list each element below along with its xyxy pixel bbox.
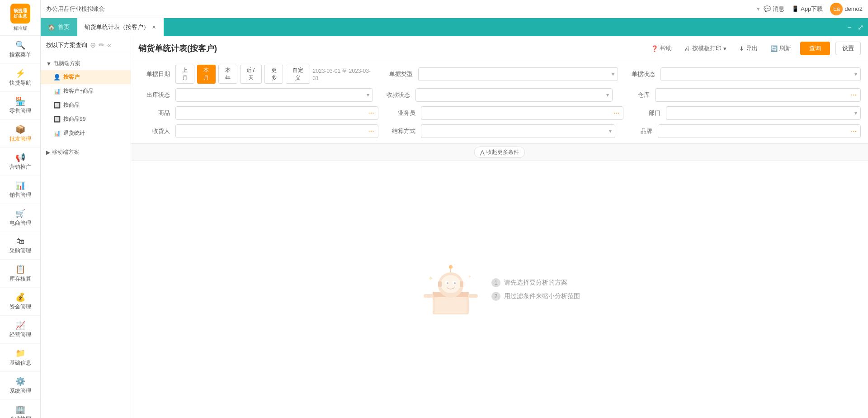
export-icon: ⬇ xyxy=(739,45,744,52)
sidebar-item-label-sales: 销售管理 xyxy=(2,191,38,199)
salesman-dots-btn[interactable]: ··· xyxy=(613,109,619,117)
warehouse-dots-btn[interactable]: ··· xyxy=(851,91,857,99)
sidebar-item-search[interactable]: 🔍 搜索菜单 xyxy=(0,36,40,64)
svg-point-10 xyxy=(449,265,453,269)
print-btn[interactable]: 🖨 按模板打印 ▾ xyxy=(681,43,730,54)
plan-group-desktop-title[interactable]: ▼ 电脑端方案 xyxy=(41,57,131,70)
department-select[interactable] xyxy=(666,106,861,120)
plan-item-customer[interactable]: 👤 按客户 xyxy=(41,70,131,84)
empty-tips: 1 请先选择要分析的方案 2 用过滤条件来缩小分析范围 xyxy=(491,278,580,301)
plan-group-mobile: ▶ 移动端方案 xyxy=(41,143,131,162)
sidebar-item-finance[interactable]: 💰 资金管理 xyxy=(0,288,40,316)
sidebar-item-sales[interactable]: 📊 销售管理 xyxy=(0,176,40,204)
receive-status-select[interactable] xyxy=(415,88,613,102)
finance-icon: 💰 xyxy=(2,292,38,302)
tab-close-btn[interactable]: ✕ xyxy=(152,24,156,30)
plan-group-desktop-label: 电脑端方案 xyxy=(53,60,80,67)
type-label: 单据类型 xyxy=(381,70,413,78)
filter-row-4: 收货人 ··· 结算方式 品牌 ··· xyxy=(138,124,861,138)
edit-plan-btn[interactable]: ✏ xyxy=(99,41,104,49)
product-input[interactable] xyxy=(179,110,366,117)
receiver-dots-btn[interactable]: ··· xyxy=(368,127,374,135)
help-label: 帮助 xyxy=(660,44,672,52)
sidebar-logo: 畅捷通好生意 标准版 xyxy=(0,0,40,36)
export-btn[interactable]: ⬇ 导出 xyxy=(736,43,761,54)
tab-minimize-btn[interactable]: － xyxy=(846,23,853,32)
date-last-month-btn[interactable]: 上月 xyxy=(175,65,194,84)
collapse-panel-btn[interactable]: « xyxy=(107,41,111,49)
warehouse-input-wrapper: ··· xyxy=(655,88,861,102)
out-status-select-wrapper xyxy=(175,88,373,102)
retail-icon: 🏪 xyxy=(2,96,38,106)
date-range-text: 2023-03-01 至 2023-03-31 xyxy=(313,67,376,81)
date-custom-btn[interactable]: 自定义 xyxy=(286,65,310,84)
svg-point-4 xyxy=(441,275,461,293)
filter-row-1: 单据日期 上月 本月 本年 近7天 更多 自定义 2023-03-01 至 20… xyxy=(138,65,861,84)
home-icon: 🏠 xyxy=(48,24,55,31)
sidebar-item-label-system: 系统管理 xyxy=(2,387,38,395)
out-status-select[interactable] xyxy=(175,88,373,102)
tab-sales-report-label: 销货单统计表（按客户） xyxy=(85,23,149,31)
brand-dots-btn[interactable]: ··· xyxy=(851,127,857,135)
expand-icon-mobile: ▶ xyxy=(46,149,50,156)
status-select[interactable] xyxy=(660,67,861,81)
date-more-btn[interactable]: 更多 xyxy=(264,65,283,84)
receive-status-select-wrapper xyxy=(415,88,613,102)
sidebar-item-ecommerce[interactable]: 🛒 电商管理 xyxy=(0,204,40,232)
tab-maximize-btn[interactable]: ⤢ xyxy=(858,23,863,32)
tab-controls: － ⤢ xyxy=(841,18,868,36)
sidebar-item-quick[interactable]: ⚡ 快捷导航 xyxy=(0,64,40,92)
plan-item-customer-product[interactable]: 📊 按客户+商品 xyxy=(41,84,131,98)
sidebar-item-purchase[interactable]: 🛍 采购管理 xyxy=(0,232,40,260)
sidebar-item-inventory[interactable]: 📋 库存核算 xyxy=(0,260,40,288)
sidebar-item-label-finance: 资金管理 xyxy=(2,303,38,311)
date-label: 单据日期 xyxy=(138,70,170,78)
basic-icon: 📁 xyxy=(2,348,38,358)
salesman-input[interactable] xyxy=(425,110,612,117)
plan-item-product99[interactable]: 🔲 按商品99 xyxy=(41,112,131,126)
help-btn[interactable]: ❓ 帮助 xyxy=(647,43,675,54)
sidebar-item-system[interactable]: ⚙️ 系统管理 xyxy=(0,372,40,400)
plan-item-return[interactable]: 📊 退货统计 xyxy=(41,126,131,140)
topbar-dropdown-icon[interactable]: ▾ xyxy=(757,5,760,12)
refresh-btn[interactable]: 🔄 刷新 xyxy=(767,43,795,54)
sidebar-item-wholesale[interactable]: 📦 批发管理 xyxy=(0,120,40,148)
department-select-wrapper xyxy=(666,106,861,120)
date-7days-btn[interactable]: 近7天 xyxy=(240,65,262,84)
plan-item-product[interactable]: 🔲 按商品 xyxy=(41,98,131,112)
receiver-input[interactable] xyxy=(179,128,366,135)
tabbar: 🏠 首页 销货单统计表（按客户） ✕ － ⤢ xyxy=(41,18,868,36)
sidebar-item-marketing[interactable]: 📢 营销推广 xyxy=(0,148,40,176)
tab-sales-report[interactable]: 销货单统计表（按客户） ✕ xyxy=(77,18,164,36)
filter-row-2: 出库状态 收款状态 仓库 ··· xyxy=(138,88,861,102)
sidebar-item-basic[interactable]: 📁 基础信息 xyxy=(0,344,40,372)
plan-item-product-label: 按商品 xyxy=(63,101,80,109)
date-this-year-btn[interactable]: 本年 xyxy=(218,65,237,84)
sidebar-item-label-marketing: 营销推广 xyxy=(2,163,38,171)
sidebar-item-enterprise[interactable]: 🏢 企业协同 xyxy=(0,400,40,418)
warehouse-input[interactable] xyxy=(659,92,849,99)
brand-input[interactable] xyxy=(662,128,849,135)
empty-state: ✦ ✦ 1 请先选择要分析的方案 2 用过滤条件来缩小分析范围 xyxy=(131,161,868,418)
date-this-month-btn[interactable]: 本月 xyxy=(197,65,216,84)
sidebar-item-operation[interactable]: 📈 经营管理 xyxy=(0,316,40,344)
message-btn[interactable]: 💬 消息 xyxy=(764,5,784,13)
add-plan-btn[interactable]: ⊕ xyxy=(90,41,96,49)
collapse-btn[interactable]: ⋀ 收起更多条件 xyxy=(474,147,525,158)
setting-button[interactable]: 设置 xyxy=(835,42,861,55)
svg-text:✦: ✦ xyxy=(428,275,434,282)
sidebar-item-retail[interactable]: 🏪 零售管理 xyxy=(0,92,40,120)
plan-item-return-label: 退货统计 xyxy=(63,129,85,137)
empty-illustration: ✦ ✦ xyxy=(419,258,482,321)
product-dots-btn[interactable]: ··· xyxy=(368,109,374,117)
settlement-select[interactable] xyxy=(421,124,616,138)
type-select[interactable] xyxy=(418,67,618,81)
app-download-btn[interactable]: 📱 App下载 xyxy=(792,5,823,13)
report-header: 销货单统计表(按客户) ❓ 帮助 🖨 按模板打印 ▾ ⬇ 导出 xyxy=(131,36,868,59)
svg-rect-11 xyxy=(438,281,442,287)
user-avatar-btn[interactable]: Ea demo2 xyxy=(830,3,863,15)
tab-home[interactable]: 🏠 首页 xyxy=(41,18,77,36)
plan-group-mobile-title[interactable]: ▶ 移动端方案 xyxy=(41,146,131,159)
plan-item-customer-label: 按客户 xyxy=(63,73,80,81)
query-button[interactable]: 查询 xyxy=(800,42,830,55)
